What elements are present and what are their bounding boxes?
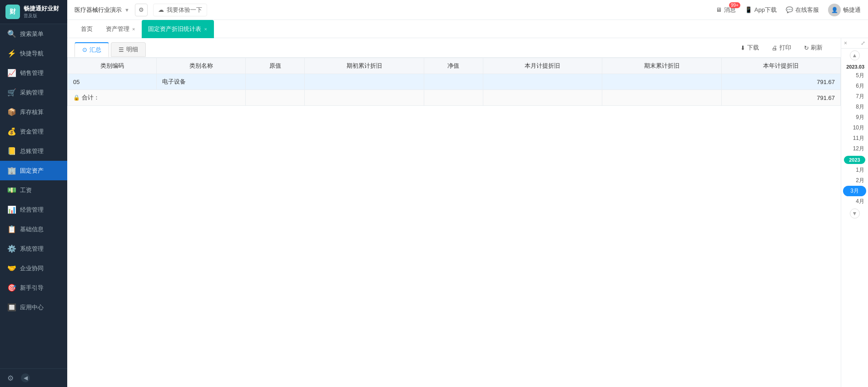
sidebar-item-payroll[interactable]: 💵 工资 bbox=[0, 180, 67, 200]
cell-original-value bbox=[246, 74, 305, 90]
calendar-panel: × ⤢ ▲ 2023.03 5月 6月 7月 8月 9月 10月 11月 12月… bbox=[841, 38, 868, 387]
cal-month-8[interactable]: 8月 bbox=[841, 102, 868, 112]
calendar-nav-down[interactable]: ▼ bbox=[850, 208, 860, 218]
tab-depreciation-report-close[interactable]: × bbox=[204, 26, 207, 32]
tab-home-label: 首页 bbox=[81, 25, 93, 33]
experience-button[interactable]: ☁ 我要体验一下 bbox=[153, 4, 207, 16]
message-icon: 🖥 bbox=[716, 6, 722, 13]
col-original-value: 原值 bbox=[246, 58, 305, 74]
app-download-label: App下载 bbox=[754, 6, 777, 14]
sidebar-item-ledger[interactable]: 📒 总账管理 bbox=[0, 141, 67, 161]
online-support-icon: 💬 bbox=[786, 6, 793, 13]
summary-icon: ⊙ bbox=[82, 46, 87, 53]
sidebar-label-fixed-assets: 固定资产 bbox=[20, 167, 44, 175]
cal-month-4[interactable]: 4月 bbox=[841, 196, 868, 207]
company-selector[interactable]: 医疗器械行业演示 ▼ bbox=[74, 6, 129, 14]
cal-month-10[interactable]: 10月 bbox=[841, 123, 868, 133]
page-body: ⊙ 汇总 ☰ 明细 ⬇ 下载 🖨 打印 bbox=[67, 38, 841, 387]
sidebar-item-guide[interactable]: 🎯 新手引导 bbox=[0, 278, 67, 298]
sidebar-icon-fixed-assets: 🏢 bbox=[7, 166, 15, 175]
cell-monthly-dep bbox=[483, 74, 602, 90]
sidebar-label-search: 搜索菜单 bbox=[20, 30, 44, 38]
total-original-value bbox=[246, 90, 305, 106]
user-menu[interactable]: 👤 畅捷通 bbox=[828, 4, 861, 16]
sidebar-footer: ⚙ ◀ bbox=[0, 368, 67, 387]
tab-asset-mgmt-close[interactable]: × bbox=[132, 26, 135, 32]
cell-period-end-acc-dep bbox=[602, 74, 721, 90]
cal-month-11[interactable]: 11月 bbox=[841, 133, 868, 144]
sidebar-icon-inventory: 📦 bbox=[7, 108, 15, 116]
sidebar-item-app-center[interactable]: 🔲 应用中心 bbox=[0, 298, 67, 317]
cal-month-12[interactable]: 12月 bbox=[841, 144, 868, 154]
tab-home[interactable]: 首页 bbox=[74, 20, 99, 38]
sidebar-item-enterprise[interactable]: 🤝 企业协同 bbox=[0, 258, 67, 278]
sidebar-item-quick-nav[interactable]: ⚡ 快捷导航 bbox=[0, 44, 67, 63]
experience-label: 我要体验一下 bbox=[167, 6, 202, 14]
sidebar-icon-payroll: 💵 bbox=[7, 186, 15, 194]
sidebar-item-search[interactable]: 🔍 搜索菜单 bbox=[0, 24, 67, 44]
cal-month-1[interactable]: 1月 bbox=[841, 165, 868, 175]
experience-icon: ☁ bbox=[158, 6, 164, 13]
online-support-button[interactable]: 💬 在线客服 bbox=[786, 6, 819, 14]
sidebar-item-finance[interactable]: 💰 资金管理 bbox=[0, 122, 67, 141]
sidebar-item-sys-mgmt[interactable]: ⚙️ 系统管理 bbox=[0, 239, 67, 258]
sub-tab-summary[interactable]: ⊙ 汇总 bbox=[74, 42, 109, 57]
main-area: 医疗器械行业演示 ▼ ⚙ ☁ 我要体验一下 🖥 消息 99+ 📱 App下载 💬… bbox=[67, 0, 868, 387]
sidebar-item-basic-info[interactable]: 📋 基础信息 bbox=[0, 219, 67, 239]
cell-category-code: 05 bbox=[68, 74, 157, 90]
tab-depreciation-report[interactable]: 固定资产折旧统计表 × bbox=[142, 20, 213, 38]
sidebar-item-operations[interactable]: 📊 经营管理 bbox=[0, 200, 67, 219]
sub-tab-detail-label: 明细 bbox=[126, 45, 138, 54]
cell-category-name: 电子设备 bbox=[157, 74, 246, 90]
sub-tab-summary-label: 汇总 bbox=[89, 46, 101, 54]
sidebar-item-sales[interactable]: 📈 销售管理 bbox=[0, 63, 67, 83]
toolbar: ⬇ 下载 🖨 打印 ↻ 刷新 bbox=[729, 38, 833, 57]
total-icon: 🔒 bbox=[73, 94, 80, 101]
cal-month-6[interactable]: 6月 bbox=[841, 81, 868, 91]
cell-net-value bbox=[424, 74, 483, 90]
sidebar-icon-search: 🔍 bbox=[7, 30, 15, 38]
sidebar-item-fixed-assets[interactable]: 🏢 固定资产 bbox=[0, 161, 67, 180]
calendar-close-button[interactable]: × bbox=[844, 40, 847, 46]
sidebar-label-purchase: 采购管理 bbox=[20, 89, 44, 97]
cal-month-3[interactable]: 3月 bbox=[843, 186, 866, 196]
cal-month-9[interactable]: 9月 bbox=[841, 112, 868, 123]
company-dropdown-arrow: ▼ bbox=[124, 7, 129, 13]
company-name: 医疗器械行业演示 bbox=[74, 6, 122, 14]
sidebar-label-finance: 资金管理 bbox=[20, 128, 44, 136]
tab-asset-mgmt-label: 资产管理 bbox=[106, 25, 129, 33]
sub-tab-detail[interactable]: ☰ 明细 bbox=[111, 42, 146, 57]
print-icon: 🖨 bbox=[772, 45, 778, 51]
total-label-cell: 🔒 合计： bbox=[68, 90, 246, 106]
topbar: 医疗器械行业演示 ▼ ⚙ ☁ 我要体验一下 🖥 消息 99+ 📱 App下载 💬… bbox=[67, 0, 868, 20]
cell-period-acc-dep bbox=[305, 74, 424, 90]
col-category-code: 类别编码 bbox=[68, 58, 157, 74]
logo-icon: 财 bbox=[5, 5, 20, 19]
username: 畅捷通 bbox=[843, 6, 861, 14]
refresh-button[interactable]: ↻ 刷新 bbox=[800, 42, 826, 54]
sidebar-item-purchase[interactable]: 🛒 采购管理 bbox=[0, 83, 67, 102]
download-button[interactable]: ⬇ 下载 bbox=[737, 42, 763, 54]
cal-month-5[interactable]: 5月 bbox=[841, 70, 868, 81]
sidebar-icon-purchase: 🛒 bbox=[7, 88, 15, 97]
cal-month-7[interactable]: 7月 bbox=[841, 91, 868, 102]
message-button[interactable]: 🖥 消息 99+ bbox=[716, 6, 736, 14]
sidebar-icon-basic-info: 📋 bbox=[7, 225, 15, 233]
download-label: 下载 bbox=[747, 44, 759, 52]
sidebar-collapse-button[interactable]: ◀ bbox=[21, 373, 30, 382]
topbar-settings-button[interactable]: ⚙ bbox=[135, 4, 148, 16]
download-icon: ⬇ bbox=[740, 45, 745, 51]
calendar-prev-year-label: 2023.03 bbox=[841, 62, 868, 70]
cal-month-2[interactable]: 2月 bbox=[841, 175, 868, 186]
print-button[interactable]: 🖨 打印 bbox=[768, 42, 795, 54]
sidebar-icon-quick-nav: ⚡ bbox=[7, 49, 15, 58]
sidebar-item-inventory[interactable]: 📦 库存核算 bbox=[0, 102, 67, 122]
tab-asset-mgmt[interactable]: 资产管理 × bbox=[99, 20, 142, 38]
sidebar-icon-sales: 📈 bbox=[7, 69, 15, 77]
calendar-nav-up[interactable]: ▲ bbox=[850, 50, 860, 60]
calendar-expand-button[interactable]: ⤢ bbox=[861, 40, 865, 46]
topbar-right: 🖥 消息 99+ 📱 App下载 💬 在线客服 👤 畅捷通 bbox=[716, 4, 861, 16]
app-download-button[interactable]: 📱 App下载 bbox=[745, 6, 777, 14]
sidebar-label-enterprise: 企业协同 bbox=[20, 264, 44, 273]
settings-icon[interactable]: ⚙ bbox=[7, 374, 14, 382]
